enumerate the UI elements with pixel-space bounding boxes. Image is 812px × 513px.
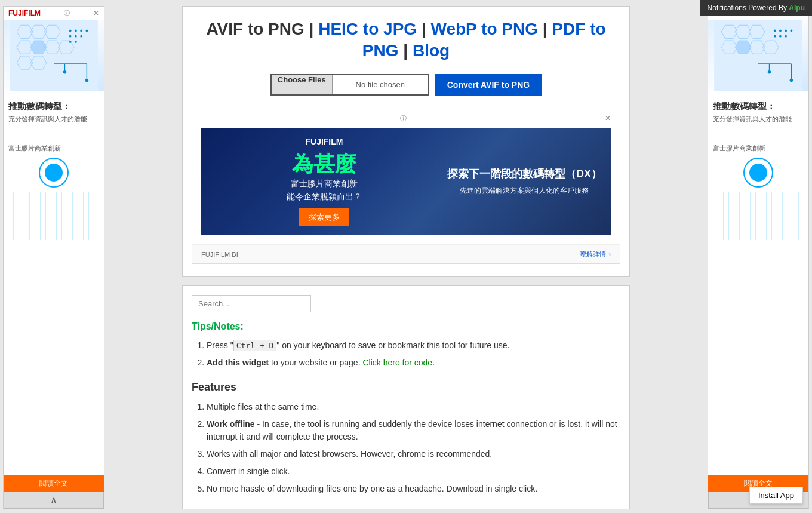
ad-footer-arrow: › [608, 251, 611, 258]
svg-point-14 [69, 35, 72, 38]
fujifilm-ad-sub2: 能令企業脫穎而出？ [210, 192, 438, 202]
ad-footer-link-text: 瞭解詳情 [580, 250, 606, 259]
fujifilm-ad-main-text: 為甚麼 [210, 152, 438, 176]
svg-point-32 [774, 30, 776, 32]
fujifilm-ad-sub1: 富士膠片商業創新 [210, 179, 438, 189]
title-sep2: | [543, 20, 552, 38]
convert-button[interactable]: Convert AVIF to PNG [435, 74, 542, 96]
notification-text: Notifications Powered By [708, 4, 787, 12]
fujifilm-ad-logo: FUJIFILM [210, 137, 438, 146]
tips-list: Press "Ctrl + D" on your keyboard to sav… [192, 339, 620, 369]
tip-item-1: Press "Ctrl + D" on your keyboard to sav… [207, 339, 620, 352]
install-app-button[interactable]: Install App [749, 487, 803, 504]
left-sidebar-scroll-btn[interactable]: ∧ [4, 492, 104, 509]
fujifilm-ad-right-title: 探索下一階段的數碼轉型（DX） [447, 167, 602, 181]
choose-files-btn[interactable]: Choose Files [272, 75, 333, 94]
no-file-text: No file chosen [333, 80, 428, 89]
svg-point-42 [768, 70, 771, 74]
features-list: Multiple files at the same time. Work of… [192, 401, 620, 495]
ad-info-icon: ⓘ [400, 114, 407, 123]
left-ad-info-icon: ⓘ [64, 9, 70, 17]
svg-rect-24 [714, 20, 802, 91]
file-input-label[interactable]: Choose Files No file chosen [270, 74, 429, 96]
add-widget-bold: Add this widget [207, 358, 269, 367]
title-blog-link[interactable]: Blog [413, 41, 450, 60]
file-convert-row: Choose Files No file chosen Convert AVIF… [192, 74, 620, 96]
main-header: AVIF to PNG | HEIC to JPG | WebP to PNG … [182, 6, 630, 277]
search-input[interactable] [192, 295, 311, 312]
left-ad-content: 推動數碼轉型： 充分發揮資訊與人才的潛能 富士膠片商業創新 [4, 96, 104, 475]
tip-item-2: Add this widget to your website or page.… [207, 357, 620, 369]
left-ad-hex-pattern [4, 20, 104, 91]
right-ad-sub1: 充分發揮資訊與人才的潛能 [713, 115, 804, 124]
left-ad-close-btn[interactable]: ✕ [93, 9, 99, 17]
left-ad-lines [8, 192, 99, 240]
features-heading: Features [192, 381, 620, 394]
title-sep3: | [403, 41, 413, 60]
svg-point-37 [779, 35, 782, 38]
ad-box-inner: ⓘ ✕ FUJIFILM 為甚麼 富士膠片商業創新 能令企業脫穎而出？ 探索更多… [192, 105, 620, 245]
feature-item-5: No more hassle of downloading files one … [207, 483, 620, 495]
title-heic-link[interactable]: HEIC to JPG [318, 20, 417, 38]
ad-footer: FUJIFILM BI 瞭解詳情 › [192, 244, 620, 263]
feature-item-2: Work offline - In case, the tool is runn… [207, 418, 620, 443]
fujifilm-ad-left: FUJIFILM 為甚麼 富士膠片商業創新 能令企業脫穎而出？ 探索更多 [210, 137, 438, 227]
main-content: AVIF to PNG | HEIC to JPG | WebP to PNG … [173, 0, 639, 513]
click-here-link[interactable]: Click here for code [362, 358, 432, 367]
right-ad-sub2: 富士膠片商業創新 [713, 144, 804, 153]
content-area: Tips/Notes: Press "Ctrl + D" on your key… [182, 285, 630, 509]
feature-item-1: Multiple files at the same time. [207, 401, 620, 413]
left-ad-read-more[interactable]: 閱讀全文 [4, 475, 104, 492]
svg-point-12 [80, 30, 82, 32]
title-avif: AVIF to PNG | [206, 20, 318, 38]
ad-footer-company: FUJIFILM BI [201, 251, 238, 258]
left-ad-sub2: 富士膠片商業創新 [8, 144, 99, 153]
svg-rect-0 [10, 20, 98, 91]
svg-point-13 [86, 30, 88, 32]
fujifilm-ad: FUJIFILM 為甚麼 富士膠片商業創新 能令企業脫穎而出？ 探索更多 探索下… [201, 128, 611, 236]
svg-point-18 [75, 41, 77, 43]
svg-point-22 [63, 70, 67, 74]
svg-point-10 [69, 30, 72, 32]
svg-point-23 [85, 79, 89, 82]
svg-point-34 [785, 30, 787, 32]
svg-point-15 [75, 35, 77, 38]
notification-brand: Alpu [789, 4, 805, 12]
main-ad-close-btn[interactable]: ✕ [605, 114, 611, 122]
right-ad-circle [743, 158, 773, 188]
svg-point-35 [791, 30, 793, 32]
main-title: AVIF to PNG | HEIC to JPG | WebP to PNG … [192, 19, 620, 62]
title-webp-link[interactable]: WebP to PNG [431, 20, 538, 38]
feature-item-3: Works with all major and latest browsers… [207, 448, 620, 460]
ad-header: ⓘ ✕ [201, 114, 611, 123]
svg-point-17 [69, 41, 72, 43]
left-ad-info-row: FUJIFILM ⓘ ✕ [4, 7, 104, 20]
left-ad-circle [39, 158, 69, 188]
tips-heading: Tips/Notes: [192, 321, 620, 332]
feature-bold-2: Work offline [207, 419, 255, 429]
right-sidebar-ad: FUJIFILM ⓘ ✕ [708, 6, 809, 509]
svg-point-11 [75, 30, 77, 32]
right-ad-hex-pattern [708, 20, 808, 91]
right-ad-title: 推動數碼轉型： [713, 101, 804, 112]
ad-box: ⓘ ✕ FUJIFILM 為甚麼 富士膠片商業創新 能令企業脫穎而出？ 探索更多… [192, 105, 620, 265]
fujifilm-ad-right: 探索下一階段的數碼轉型（DX） 先進的雲端解決方案與個人化的客戶服務 [447, 167, 602, 196]
ad-footer-link[interactable]: 瞭解詳情 › [580, 250, 611, 259]
notification-bar: Notifications Powered By Alpu [700, 0, 812, 16]
svg-point-36 [774, 35, 776, 38]
left-ad-logo: FUJIFILM [8, 9, 41, 17]
left-ad-title: 推動數碼轉型： [8, 101, 99, 112]
fujifilm-ad-right-sub: 先進的雲端解決方案與個人化的客戶服務 [447, 186, 602, 196]
left-sidebar-ad: FUJIFILM ⓘ ✕ [3, 6, 104, 509]
feature-item-4: Convert in single click. [207, 465, 620, 478]
kbd-shortcut: Ctrl + D [233, 340, 277, 351]
right-ad-lines [713, 192, 804, 240]
svg-point-43 [790, 79, 793, 82]
right-ad-content: 推動數碼轉型： 充分發揮資訊與人才的潛能 富士膠片商業創新 [708, 96, 808, 475]
fujifilm-explore-btn[interactable]: 探索更多 [299, 208, 349, 226]
svg-point-38 [785, 35, 787, 38]
svg-point-16 [80, 35, 82, 38]
left-ad-sub1: 充分發揮資訊與人才的潛能 [8, 115, 99, 124]
svg-point-33 [779, 30, 782, 32]
title-sep1: | [422, 20, 431, 38]
